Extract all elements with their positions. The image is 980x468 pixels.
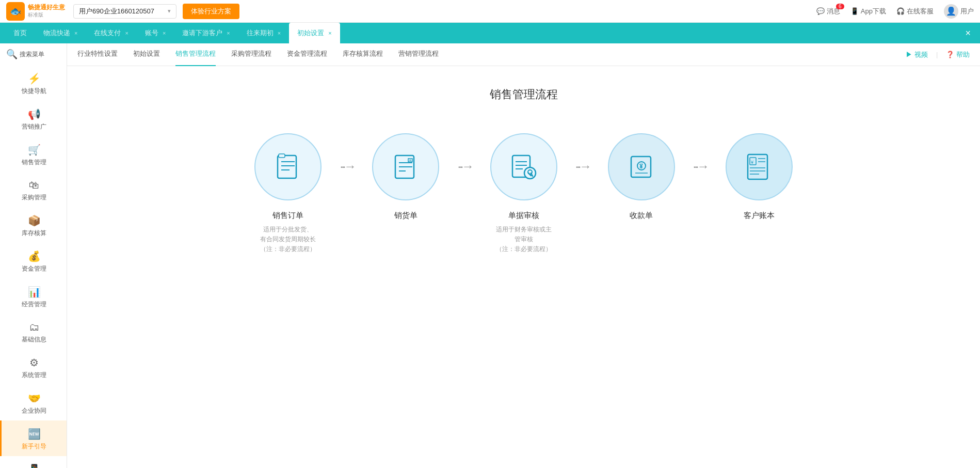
nav-tabs: 首页 物流快递 × 在线支付 × 账号 × 邀请下游客户 × 往来期初 × 初始… (0, 23, 980, 43)
app-download-button[interactable]: 📱 App下载 (850, 7, 886, 16)
headset-icon: 🎧 (896, 7, 905, 15)
step-name-doc-review: 单据审核 (508, 211, 539, 221)
sidebar-item-business[interactable]: 📊 经营管理 (0, 278, 67, 314)
customer-ledger-icon: ¥ (744, 151, 775, 182)
logo-text: 畅捷通好生意 (28, 4, 65, 12)
tab-account-close[interactable]: × (163, 30, 166, 36)
new-icon: 🆕 (28, 428, 41, 440)
sidebar-item-system[interactable]: ⚙ 系统管理 (0, 349, 67, 385)
app-download-label: App下载 (861, 7, 886, 16)
search-icon: 🔍 (6, 49, 18, 60)
flow-arrow-4: ···→ (693, 133, 708, 174)
sidebar-item-finance[interactable]: 💰 资金管理 (0, 243, 67, 278)
sidebar-item-sales[interactable]: 🛒 销售管理 (0, 136, 67, 172)
sidebar-item-inventory-label: 库存核算 (22, 229, 46, 238)
help-label: 帮助 (956, 51, 970, 58)
tab-account[interactable]: 账号 × (137, 23, 174, 43)
receipt-icon: ¥ (626, 151, 657, 182)
subtab-industry[interactable]: 行业特性设置 (77, 43, 118, 66)
message-badge: 6 (836, 4, 844, 9)
sidebar-item-apps[interactable]: 📱 应用中心 (0, 456, 67, 468)
subtab-sales-flow[interactable]: 销售管理流程 (175, 43, 216, 66)
tab-period[interactable]: 往来期初 × (238, 23, 289, 43)
message-icon: 💬 (816, 7, 825, 15)
subtab-purchase-flow[interactable]: 采购管理流程 (231, 43, 271, 66)
tab-invite[interactable]: 邀请下游客户 × (174, 23, 238, 43)
user-menu[interactable]: 👤 用户 (944, 4, 974, 19)
tab-logistics-close[interactable]: × (74, 30, 77, 36)
flow-circle-sales-order[interactable] (254, 133, 322, 200)
handshake-icon: 🤝 (28, 392, 41, 404)
sidebar-item-purchase[interactable]: 🛍 采购管理 (0, 172, 67, 207)
flow-circle-customer-ledger[interactable]: ¥ (726, 133, 793, 200)
tab-period-close[interactable]: × (278, 30, 281, 36)
subtab-inventory-flow-label: 库存核算流程 (343, 49, 383, 58)
sidebar-item-finance-label: 资金管理 (22, 264, 46, 273)
sidebar-item-search[interactable]: 🔍 搜索菜单 (0, 43, 67, 65)
close-all-tabs[interactable]: × (961, 28, 975, 39)
tab-init-close[interactable]: × (328, 30, 331, 36)
tab-logistics-label: 物流快递 (43, 28, 70, 38)
sidebar-item-purchase-label: 采购管理 (22, 193, 46, 202)
sidebar-item-inventory[interactable]: 📦 库存核算 (0, 207, 67, 243)
online-service-button[interactable]: 🎧 在线客服 (896, 7, 934, 16)
sidebar-item-marketing[interactable]: 📢 营销推广 (0, 101, 67, 136)
step-desc-doc-review: 适用于财务审核或主管审核（注：非必要流程） (496, 225, 552, 255)
subtab-marketing-flow[interactable]: 营销管理流程 (398, 43, 439, 66)
sidebar-item-guide-label: 新手引导 (22, 442, 46, 451)
tab-payment[interactable]: 在线支付 × (86, 23, 136, 43)
sub-tab-actions: ▶ 视频 | ❓ 帮助 (906, 50, 970, 59)
svg-rect-22 (748, 154, 767, 179)
sidebar-item-enterprise[interactable]: 🤝 企业协同 (0, 385, 67, 420)
step-name-sales-order: 销售订单 (272, 211, 303, 221)
help-button[interactable]: ❓ 帮助 (946, 50, 970, 59)
sales-invoice-icon (390, 151, 421, 182)
shopping-icon: 🛍 (29, 179, 39, 191)
flow-step-customer-ledger: ¥ 客户账本 (708, 133, 811, 225)
layout: 🔍 搜索菜单 ⚡ 快捷导航 📢 营销推广 🛒 销售管理 🛍 采购管理 📦 库存核… (0, 43, 980, 468)
logo-sub: 标准版 (28, 11, 65, 19)
subtab-inventory-flow[interactable]: 库存核算流程 (343, 43, 383, 66)
flow-circle-sales-invoice[interactable] (372, 133, 439, 200)
subtab-marketing-flow-label: 营销管理流程 (398, 49, 439, 58)
content-area: 销售管理流程 销售订单 适用于分批发货、有合同发货周期较长（ (67, 66, 980, 468)
sidebar-item-basic[interactable]: 🗂 基础信息 (0, 314, 67, 349)
subtab-init[interactable]: 初始设置 (133, 43, 160, 66)
tab-invite-close[interactable]: × (227, 30, 230, 36)
sidebar-item-sales-label: 销售管理 (22, 158, 46, 167)
sidebar-item-guide[interactable]: 🆕 新手引导 (0, 420, 67, 456)
tab-home[interactable]: 首页 (5, 23, 35, 43)
step-name-customer-ledger: 客户账本 (744, 211, 775, 221)
sidebar-item-business-label: 经营管理 (22, 300, 46, 309)
tab-invite-label: 邀请下游客户 (182, 28, 222, 38)
subtab-init-label: 初始设置 (133, 49, 160, 58)
flow-step-sales-invoice: 销货单 (354, 133, 457, 225)
tab-payment-label: 在线支付 (94, 28, 121, 38)
logo-area: 🐟 畅捷通好生意 标准版 (6, 2, 73, 21)
megaphone-icon: 📢 (28, 108, 41, 120)
tab-init-label: 初始设置 (297, 28, 324, 38)
sub-tabs: 行业特性设置 初始设置 销售管理流程 采购管理流程 资金管理流程 库存核算流程 … (67, 43, 980, 66)
sidebar-item-quick[interactable]: ⚡ 快捷导航 (0, 65, 67, 101)
user-selector[interactable]: 用户690企业1660120507 ▾ (73, 4, 176, 19)
flow-circle-receipt[interactable]: ¥ (608, 133, 675, 200)
message-button[interactable]: 💬 消息 6 (816, 7, 840, 16)
step-name-sales-invoice: 销货单 (394, 211, 417, 221)
flow-circle-doc-review[interactable] (490, 133, 557, 200)
video-button[interactable]: ▶ 视频 (906, 50, 928, 59)
flow-arrow-1: ···→ (340, 133, 354, 174)
subtab-finance-flow[interactable]: 资金管理流程 (287, 43, 327, 66)
mobile-icon: 📱 (28, 463, 41, 468)
top-bar: 🐟 畅捷通好生意 标准版 用户690企业1660120507 ▾ 体验行业方案 … (0, 0, 980, 23)
sidebar-item-marketing-label: 营销推广 (22, 122, 46, 131)
experience-button[interactable]: 体验行业方案 (183, 4, 239, 19)
tab-payment-close[interactable]: × (125, 30, 128, 36)
download-icon: 📱 (850, 7, 859, 15)
svg-rect-0 (278, 155, 296, 178)
tab-init[interactable]: 初始设置 × (289, 23, 340, 43)
subtab-purchase-flow-label: 采购管理流程 (231, 49, 271, 58)
flow-step-receipt: ¥ 收款单 (590, 133, 693, 225)
user-selector-text: 用户690企业1660120507 (79, 7, 154, 16)
tab-logistics[interactable]: 物流快递 × (35, 23, 86, 43)
cart-icon: 🛒 (28, 144, 41, 156)
